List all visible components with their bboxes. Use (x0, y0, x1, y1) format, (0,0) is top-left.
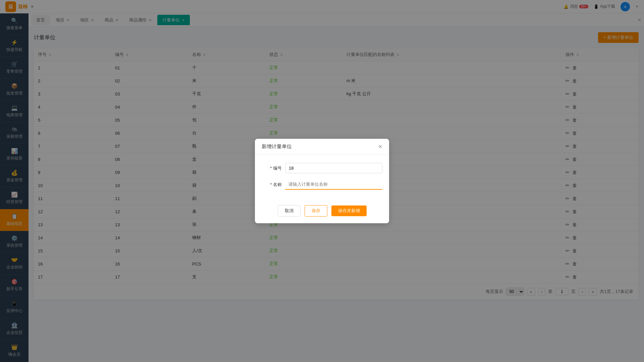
code-label: * 编号 (262, 165, 282, 171)
unit-name-input[interactable] (285, 179, 382, 190)
modal-body: * 编号 * 名称 (255, 155, 389, 201)
modal-close-button[interactable]: ✕ (378, 143, 382, 150)
modal-header: 新增计量单位 ✕ (255, 139, 389, 155)
add-unit-modal: 新增计量单位 ✕ * 编号 * 名称 取消 保存 保存并新增 (255, 139, 389, 223)
save-button[interactable]: 保存 (305, 205, 327, 217)
code-input[interactable] (285, 163, 382, 173)
modal-footer: 取消 保存 保存并新增 (255, 201, 389, 223)
modal-title: 新增计量单位 (262, 143, 292, 150)
code-form-row: * 编号 (262, 163, 382, 173)
name-label: * 名称 (262, 182, 282, 188)
save-and-new-button[interactable]: 保存并新增 (331, 205, 367, 216)
modal-overlay: 新增计量单位 ✕ * 编号 * 名称 取消 保存 保存并新增 (0, 0, 644, 362)
name-form-row: * 名称 (262, 179, 382, 190)
cancel-button[interactable]: 取消 (278, 205, 301, 217)
